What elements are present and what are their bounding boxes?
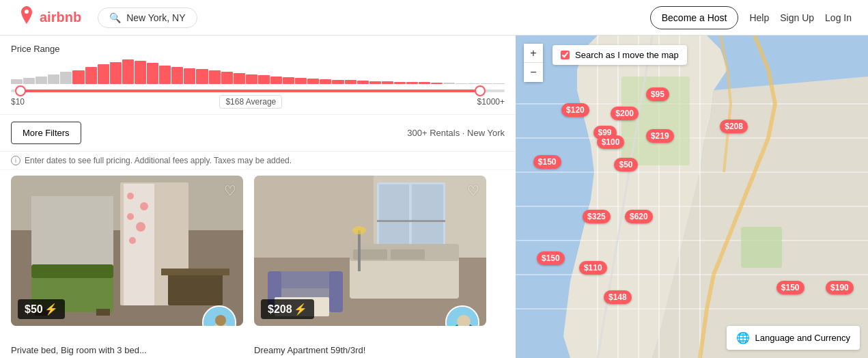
map-price-pin[interactable]: $325 (583, 210, 611, 223)
search-as-move-label: Search as I move the map (575, 50, 679, 60)
search-as-move-control[interactable]: Search as I move the map (552, 45, 687, 65)
zoom-out-button[interactable]: − (524, 63, 543, 82)
listing-image: ♡ $50⚡ (11, 176, 243, 326)
hist-bar (307, 79, 319, 84)
disclaimer-bar: i Enter dates to see full pricing. Addit… (0, 152, 516, 170)
hist-bar (406, 82, 418, 84)
hist-bar (234, 73, 245, 84)
hist-bar (36, 77, 47, 84)
flash-icon: ⚡ (294, 303, 307, 315)
price-min-label: $10 (11, 97, 25, 107)
price-slider-min-thumb[interactable] (15, 85, 26, 96)
hist-bar (493, 83, 505, 84)
hist-bar (72, 70, 84, 84)
svg-rect-15 (161, 268, 229, 275)
svg-rect-35 (358, 230, 361, 271)
hist-bar (209, 70, 221, 84)
svg-point-36 (352, 226, 366, 234)
airbnb-logo-icon (16, 5, 37, 30)
map-panel: + − Search as I move the map $95$120$200… (516, 36, 868, 358)
map-price-pin[interactable]: $219 (646, 129, 674, 143)
hist-bar (382, 81, 393, 84)
price-labels: $10 $168 Average $1000+ (11, 95, 505, 109)
help-link[interactable]: Help (749, 12, 769, 23)
map-controls: + − (524, 44, 543, 82)
hist-bar (159, 66, 171, 84)
results-count: 300+ Rentals · New York (407, 128, 505, 138)
price-histogram (11, 59, 505, 87)
map-price-pin[interactable]: $208 (720, 120, 748, 133)
hist-bar (48, 74, 59, 84)
svg-rect-14 (168, 271, 223, 305)
map-price-pin[interactable]: $190 (826, 281, 854, 294)
language-currency-button[interactable]: 🌐 Language and Currency (727, 326, 860, 350)
search-as-move-checkbox[interactable] (561, 51, 570, 59)
hist-bar (443, 83, 455, 84)
hist-bar (98, 64, 109, 84)
hist-bar (196, 69, 208, 84)
hist-bar (345, 80, 356, 84)
map-price-pin[interactable]: $148 (604, 290, 632, 304)
header-right: Become a Host Help Sign Up Log In (650, 6, 852, 29)
listing-card[interactable]: ♡ $208⚡ Dreamy Apartment 59th/3rd! (254, 176, 486, 355)
zoom-in-button[interactable]: + (524, 44, 543, 63)
hist-bar (468, 83, 479, 84)
map-price-pin[interactable]: $620 (625, 210, 653, 223)
map-price-pin[interactable]: $150 (533, 155, 561, 169)
svg-rect-4 (124, 184, 154, 305)
disclaimer-text: Enter dates to see full pricing. Additio… (25, 156, 292, 165)
price-slider-max-thumb[interactable] (475, 85, 486, 96)
hist-bar (456, 83, 467, 84)
hist-bar (270, 77, 282, 84)
listings-grid: ♡ $50⚡ Private bed, Big room with 3 bed.… (0, 170, 516, 358)
svg-point-7 (127, 213, 134, 220)
svg-point-9 (129, 237, 136, 244)
hist-bar (221, 72, 233, 84)
price-range-section: Price Range (0, 36, 516, 115)
wishlist-button[interactable]: ♡ (467, 182, 479, 199)
wishlist-button[interactable]: ♡ (224, 182, 236, 199)
globe-icon: 🌐 (736, 331, 750, 344)
price-slider-track (11, 90, 505, 92)
price-range-label: Price Range (11, 44, 505, 54)
map-price-pin[interactable]: $120 (561, 103, 589, 117)
map-price-pin[interactable]: $200 (611, 107, 639, 120)
hist-bar (394, 82, 406, 84)
hist-bar (184, 68, 195, 84)
info-icon: i (11, 156, 20, 165)
svg-point-18 (215, 315, 226, 326)
listing-image: ♡ $208⚡ (254, 176, 486, 326)
hist-bar (171, 67, 183, 84)
map-price-pin[interactable]: $150 (537, 251, 565, 265)
hist-bar (357, 81, 369, 84)
price-avg-label: $168 Average (219, 95, 282, 109)
sign-up-link[interactable]: Sign Up (780, 12, 814, 23)
hist-bar (23, 78, 35, 84)
map-price-pin[interactable]: $110 (579, 261, 607, 275)
svg-rect-13 (96, 309, 110, 316)
hist-bar (85, 67, 97, 84)
hist-bar (258, 75, 270, 84)
logo[interactable]: airbnb (16, 5, 81, 30)
svg-rect-24 (377, 220, 445, 222)
hist-bar (11, 79, 23, 84)
search-location: New York, NY (126, 12, 185, 23)
hist-bar (431, 83, 443, 84)
listing-price-badge: $50⚡ (18, 299, 65, 319)
map-price-pin[interactable]: $95 (646, 87, 669, 101)
more-filters-button[interactable]: More Filters (11, 122, 81, 144)
price-max-label: $1000+ (477, 97, 505, 107)
become-host-button[interactable]: Become a Host (650, 6, 739, 29)
listing-price-badge: $208⚡ (261, 299, 314, 319)
hist-bar (110, 62, 122, 84)
map-price-pin[interactable]: $150 (776, 281, 804, 294)
listing-card[interactable]: ♡ $50⚡ Private bed, Big room with 3 bed.… (11, 176, 243, 355)
map-price-pin[interactable]: $50 (614, 158, 637, 171)
hist-bar (332, 80, 344, 84)
log-in-link[interactable]: Log In (825, 12, 852, 23)
main-layout: Price Range (0, 36, 868, 358)
search-bar[interactable]: 🔍 New York, NY (98, 8, 197, 28)
price-slider-fill (20, 90, 479, 92)
svg-point-6 (140, 202, 148, 210)
map-price-pin[interactable]: $100 (597, 135, 625, 149)
